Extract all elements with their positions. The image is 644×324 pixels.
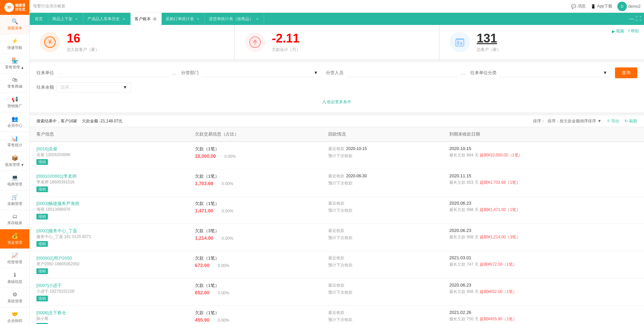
customer-code-1[interactable]: [0001020001]李老师: [36, 173, 181, 179]
content-area: ¥ 16 总欠款客户（家）: [30, 25, 644, 324]
filter-toggle[interactable]: ⋀ 收起更多条件: [36, 96, 637, 108]
sidebar-item-search[interactable]: 🔍 搜索菜单: [0, 15, 29, 34]
overdue-link-4[interactable]: 超期¥672.00（1笔）: [480, 262, 517, 267]
svg-rect-5: [457, 41, 459, 45]
sidebar-item-retail-stat[interactable]: 📊 零售统计: [0, 132, 29, 151]
overdue-link-1[interactable]: 超期¥1,703.68（1笔）: [480, 180, 520, 185]
search-button[interactable]: 查询: [615, 67, 637, 78]
cell-debt-1: 欠款（1笔） 1,703.68 0.00%: [188, 169, 321, 196]
debt-amount-5[interactable]: 652.00: [195, 290, 209, 295]
customer-tag-1: 现销: [36, 186, 48, 192]
cell-due-3: 2020.06.23 最长欠款 998 天 超期¥1,214.00（3笔）: [443, 224, 644, 251]
person-label: 分管人员: [326, 70, 343, 76]
debt-amount-4[interactable]: 672.00: [195, 263, 209, 268]
cell-collection-3: 最近收款 预计下次收款: [321, 224, 443, 251]
debt-percent-5: 0.00%: [218, 291, 229, 295]
collection-next-6: 预计下次收款: [328, 317, 436, 323]
tab-production[interactable]: 产成品入库单历史 ×: [83, 13, 131, 25]
sidebar-item-batch-mgmt[interactable]: 📦 批发管理 ▼: [0, 151, 29, 171]
overdue-link-5[interactable]: 超期¥652.00（1笔）: [480, 289, 517, 294]
sidebar-item-marketing[interactable]: 📢 营销推广: [0, 93, 29, 112]
message-btn[interactable]: 💬 消息: [571, 3, 586, 9]
source-unit-input[interactable]: [57, 68, 169, 77]
customer-code-3[interactable]: [0002]服务中心_丁磊: [36, 228, 181, 234]
table-row: [000002]用户2050 用户2050 18665062050 现销 欠款（…: [30, 251, 644, 278]
sidebar-item-retail-mall[interactable]: 🛍 零售商城: [0, 73, 29, 93]
overdue-link-2[interactable]: 超期¥1,471.00（1笔）: [480, 207, 520, 212]
customer-tag-0: 现销: [36, 159, 48, 165]
tab-minimize-btn[interactable]: —: [629, 16, 634, 22]
collection-last-0: 最近收款2020-10-15: [328, 146, 436, 152]
sidebar-item-ecommerce[interactable]: 💻 电商管理: [0, 171, 29, 190]
sidebar-item-member[interactable]: 👥 会员中心: [0, 112, 29, 132]
tab-maximize-btn[interactable]: ⛶: [636, 16, 641, 22]
tab-goods-close[interactable]: ×: [74, 17, 79, 21]
balance-select[interactable]: 选择... ▼: [57, 82, 131, 92]
tab-inbound[interactable]: 进货单统计表（按商品） ×: [205, 13, 264, 25]
debt-amount-6[interactable]: 455.90: [195, 317, 209, 323]
customer-code-6[interactable]: [0006]去下粮仓: [36, 310, 181, 316]
tab-purchase-close[interactable]: ×: [196, 17, 200, 21]
sidebar-item-inventory[interactable]: 🗂 库存核算: [0, 210, 29, 229]
collection-next-5: 预计下次收款: [328, 290, 436, 295]
user-avatar[interactable]: D demo2: [617, 2, 641, 11]
sidebar-item-finance[interactable]: 💰 资金管理: [0, 229, 29, 249]
stat-card3-actions: ▶ 视频 ? 帮助: [612, 28, 639, 34]
help-link[interactable]: ? 帮助: [627, 28, 639, 34]
customer-code-2[interactable]: [0003]畅捷服务尹海燕: [36, 201, 181, 207]
customer-code-4[interactable]: [000002]用户2050: [36, 255, 181, 261]
stat-card-debt-total: -2.11 欠款合计（万）: [234, 25, 440, 59]
debt-amount-0[interactable]: 10,000.00: [195, 153, 216, 159]
debt-amount-2[interactable]: 1,471.00: [195, 208, 214, 213]
customer-code-0[interactable]: [0016]吴俊: [36, 146, 181, 152]
tabs-bar: 首页 商品上下架 × 产成品入库单历史 × 客户账本 × 采购订单统计表 × 进…: [30, 13, 644, 25]
customer-tag-4: 现销: [36, 268, 48, 274]
overdue-link-6[interactable]: 超期¥455.90（1笔）: [480, 317, 517, 321]
table-row: [0001020001]李老师 李老师 18600391516 现销 欠款（1笔…: [30, 169, 644, 196]
sidebar-item-basic-info[interactable]: ℹ 基础信息: [0, 268, 29, 288]
customer-code-5[interactable]: [0007]小进干: [36, 283, 181, 289]
sidebar-item-purchase[interactable]: 🛒 采购管理: [0, 190, 29, 210]
overdue-link-3[interactable]: 超期¥1,214.00（3笔）: [480, 235, 520, 239]
person-input[interactable]: [346, 68, 458, 77]
collection-next-3: 预计下次收款: [328, 235, 436, 241]
cell-collection-4: 最近收款 预计下次收款: [321, 251, 443, 278]
sidebar-item-operation[interactable]: 📈 经营管理: [0, 249, 29, 268]
sidebar-item-retail-mgmt[interactable]: 🏪 零售管理 ▲: [0, 54, 29, 73]
sidebar-item-quick-nav[interactable]: ⚡ 快捷导航: [0, 34, 29, 54]
tab-purchase[interactable]: 采购订单统计表 ×: [162, 13, 205, 25]
export-btn[interactable]: ⇑ 导出: [607, 118, 619, 124]
tab-home[interactable]: 首页: [30, 13, 48, 25]
sort-select[interactable]: 排序： 排序：按欠款金额倒序排序 ▼: [533, 118, 601, 124]
cell-customer-2: [0003]畅捷服务尹海燕 海燕 18513066976 现销: [30, 196, 188, 224]
refresh-btn[interactable]: ↻ 刷新: [624, 118, 637, 124]
sidebar-item-system[interactable]: ⚙ 系统管理: [0, 288, 29, 307]
collection-last-3: 最近收款: [328, 228, 436, 234]
customer-tag-5: 现销: [36, 296, 48, 301]
app-download-btn[interactable]: 📱 App下载: [591, 3, 612, 9]
stats-row: ¥ 16 总欠款客户（家）: [30, 25, 644, 60]
overdue-link-0[interactable]: 超期¥10,000.00（1笔）: [480, 153, 523, 157]
tab-inbound-close[interactable]: ×: [255, 17, 260, 21]
video-link[interactable]: ▶ 视频: [612, 28, 624, 34]
cell-collection-2: 最近收款 预计下次收款: [321, 196, 443, 224]
tab-customer[interactable]: 客户账本 ×: [131, 13, 162, 25]
collection-last-2: 最近收款: [328, 201, 436, 206]
unit-classify-select[interactable]: ▼: [499, 68, 610, 77]
tab-customer-close[interactable]: ×: [152, 17, 157, 21]
due-date-1: 2020.11.15: [449, 173, 637, 178]
tab-production-close[interactable]: ×: [121, 17, 126, 21]
due-date-3: 2020.06.23: [449, 228, 637, 233]
source-unit-more[interactable]: ...: [171, 70, 176, 76]
person-more[interactable]: ...: [461, 70, 465, 76]
cell-due-0: 2020.10.15 最长欠款 884 天 超期¥10,000.00（1笔）: [443, 142, 644, 169]
sidebar-logo[interactable]: 好 畅捷通好生意: [0, 0, 29, 15]
due-overdue-6: 最长欠款 750 天 超期¥455.90（1笔）: [449, 316, 637, 322]
sidebar-item-enterprise[interactable]: 🤝 企业协同: [0, 307, 29, 324]
stat-icon-debt: [245, 32, 265, 52]
dept-select[interactable]: ▼: [201, 68, 321, 77]
debt-amount-1[interactable]: 1,703.68: [195, 181, 214, 186]
debt-amount-3[interactable]: 1,214.00: [195, 235, 214, 241]
results-info: 搜索结果中，客户16家 欠款金额 -21,148.07元: [36, 118, 122, 124]
tab-goods[interactable]: 商品上下架 ×: [48, 13, 83, 25]
